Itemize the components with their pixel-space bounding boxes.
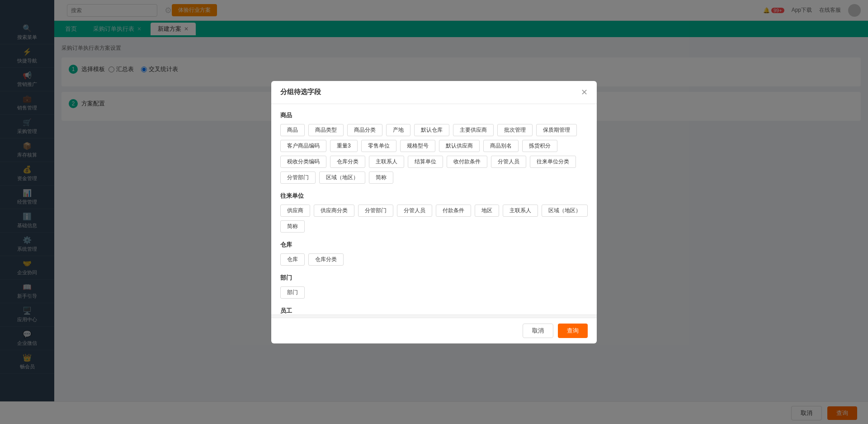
modal-title: 分组待选字段 <box>280 88 321 96</box>
field-tag-0-3[interactable]: 产地 <box>386 124 410 134</box>
modal: 分组待选字段 ✕ 商品商品商品类型商品分类产地默认仓库主要供应商批次管理保质期管… <box>271 81 597 134</box>
modal-close-btn[interactable]: ✕ <box>581 87 588 97</box>
field-tag-0-2[interactable]: 商品分类 <box>347 124 382 134</box>
field-group-0: 商品商品商品类型商品分类产地默认仓库主要供应商批次管理保质期管理客户商品编码重量… <box>280 111 588 134</box>
field-tag-0-1[interactable]: 商品类型 <box>308 124 344 134</box>
field-tag-0-4[interactable]: 默认仓库 <box>414 124 449 134</box>
field-tag-0-6[interactable]: 批次管理 <box>497 124 533 134</box>
modal-body[interactable]: 商品商品商品类型商品分类产地默认仓库主要供应商批次管理保质期管理客户商品编码重量… <box>271 104 597 134</box>
modal-header: 分组待选字段 ✕ <box>271 81 597 104</box>
field-tag-0-0[interactable]: 商品 <box>280 124 305 134</box>
field-tags-0: 商品商品类型商品分类产地默认仓库主要供应商批次管理保质期管理客户商品编码重量3零… <box>280 124 588 134</box>
modal-overlay: 分组待选字段 ✕ 商品商品商品类型商品分类产地默认仓库主要供应商批次管理保质期管… <box>0 0 868 133</box>
field-tag-0-7[interactable]: 保质期管理 <box>536 124 577 134</box>
field-tag-0-5[interactable]: 主要供应商 <box>453 124 494 134</box>
field-group-title-0: 商品 <box>280 111 588 119</box>
